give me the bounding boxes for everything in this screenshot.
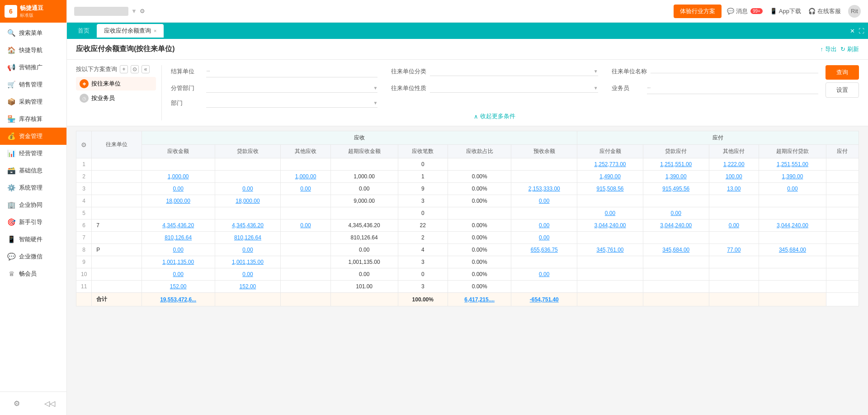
sidebar-item-sales[interactable]: 🛒销售管理 <box>0 76 66 93</box>
salesman-input[interactable]: ··· <box>647 82 818 94</box>
message-btn[interactable]: 💬 消息 99+ <box>727 7 763 15</box>
content-area: 应收应付余额查询(按往来单位) ↑ 导出 ↻ 刷新 按以下方案查询 + ⊙ <box>67 39 868 415</box>
ap-loan-header: 贷款应付 <box>643 145 709 158</box>
sidebar-item-purchase[interactable]: 📦采购管理 <box>0 93 66 110</box>
query-buttons: 查询 设置 <box>818 65 859 120</box>
user-avatar[interactable]: Rit <box>848 5 861 18</box>
filter-add-btn[interactable]: + <box>120 65 128 73</box>
table-gear-icon[interactable]: ⚙ <box>81 141 87 148</box>
sidebar-item-warehouse[interactable]: 🏪库存核算 <box>0 110 66 128</box>
table-settings-header[interactable]: ⚙ <box>76 131 92 158</box>
topbar-icons: 💬 消息 99+ 📱 App下载 🎧 在线客服 Rit <box>727 5 861 18</box>
smart-hw-icon: 📱 <box>7 235 15 243</box>
filter-by-salesman[interactable]: ◷ 按业务员 <box>76 91 156 105</box>
partner-nature-input[interactable]: ▼ <box>430 84 598 93</box>
enterprise-icon: 🏢 <box>7 201 15 209</box>
app-download-btn[interactable]: 📱 App下载 <box>770 7 801 15</box>
table-row: 101,252,773.001,251,551.001,222.001,251,… <box>76 158 859 171</box>
table-footer-row: 合计 19,553,472,6... 100.00% 6,417,215....… <box>76 293 859 306</box>
table-row: 500.000.00 <box>76 207 859 219</box>
table-row: 11152.00152.00101.0030.00% <box>76 281 859 293</box>
enterprise-wechat-icon: 💬 <box>7 253 15 261</box>
member-icon: ♕ <box>7 270 15 278</box>
settings-bottom-btn[interactable]: ⚙ <box>0 396 33 411</box>
footer-ar-pre[interactable]: 6,417,215.... <box>448 293 511 306</box>
ap-extra-header: 应付 <box>826 145 859 158</box>
collapse-sidebar-btn[interactable]: ◁◁ <box>33 396 67 411</box>
filter-dept: 分管部门 ▼ <box>171 82 377 94</box>
ap-group-header: 应付 <box>577 131 859 145</box>
main-area: ▼ ⚙ 体验行业方案 💬 消息 99+ 📱 App下载 🎧 在线客服 Rit <box>67 0 868 415</box>
filter-salesman-field: 业务员 ··· <box>612 82 818 94</box>
sidebar-item-guide[interactable]: 🎯新手引导 <box>0 214 66 231</box>
online-service-btn[interactable]: 🎧 在线客服 <box>808 7 841 15</box>
sidebar-item-finance[interactable]: 💰资金管理 <box>0 128 66 145</box>
sidebar-item-quick-nav[interactable]: 🏠快捷导航 <box>0 42 66 59</box>
filter-partner-label: 按往来单位 <box>91 80 121 88</box>
sidebar: 6 畅捷通豆 标准版 🔍搜索菜单🏠快捷导航📢营销推广🛒销售管理📦采购管理🏪库存核… <box>0 0 67 415</box>
finance-icon: 💰 <box>7 132 15 140</box>
sidebar-item-basic-info[interactable]: 🗃️基础信息 <box>0 162 66 179</box>
refresh-btn[interactable]: ↻ 刷新 <box>840 45 859 53</box>
ap-amount-header: 应付金额 <box>577 145 643 158</box>
sidebar-item-enterprise-wechat[interactable]: 💬企业微信 <box>0 248 66 265</box>
settlement-unit-input[interactable]: ··· <box>206 65 377 77</box>
sidebar-item-smart-hw[interactable]: 📱智能硬件 <box>0 231 66 248</box>
sidebar-menu: 🔍搜索菜单🏠快捷导航📢营销推广🛒销售管理📦采购管理🏪库存核算💰资金管理📊经营管理… <box>0 23 66 391</box>
sidebar-item-search[interactable]: 🔍搜索菜单 <box>0 24 66 42</box>
marketing-icon: 📢 <box>7 63 15 72</box>
table-row: 21,000.001,000.001,000.0010.00%1,490.001… <box>76 171 859 183</box>
export-btn[interactable]: ↑ 导出 <box>821 45 837 53</box>
ar-other-header: 其他应收 <box>281 145 330 158</box>
filter-department: 部门 ▼ <box>171 99 377 108</box>
department-input[interactable]: ▼ <box>206 99 377 108</box>
filter-settings-btn[interactable]: ⊙ <box>131 65 139 73</box>
logo-sub: 标准版 <box>20 12 43 19</box>
partner-icon: ❖ <box>80 79 89 88</box>
service-icon: 🎧 <box>808 8 816 14</box>
partner-name-input[interactable] <box>651 69 818 73</box>
filter-settlement-unit: 结算单位 ··· <box>171 65 377 77</box>
collapse-more-btn[interactable]: ∧ 收起更多条件 <box>171 112 818 120</box>
footer-label: 合计 <box>92 293 142 306</box>
filter-left-panel: 按以下方案查询 + ⊙ « ❖ 按往来单位 ◷ 按业务员 <box>76 65 162 120</box>
sidebar-item-enterprise[interactable]: 🏢企业协同 <box>0 196 66 214</box>
sidebar-item-member[interactable]: ♕畅会员 <box>0 265 66 282</box>
filter-partner-nature: 往来单位性质 ▼ <box>391 82 598 94</box>
footer-ap-amount[interactable]: -654,751.40 <box>511 293 577 306</box>
setting-btn[interactable]: 设置 <box>826 82 859 98</box>
ar-group-header: 应收 <box>142 131 577 145</box>
table-row: 7810,126.64810,126.64810,126.6420.00%0.0… <box>76 232 859 244</box>
export-icon: ↑ <box>821 46 824 52</box>
gear-icon[interactable]: ⚙ <box>140 8 145 14</box>
footer-ar-amount[interactable]: 19,553,472,6... <box>142 293 215 306</box>
sidebar-item-operations[interactable]: 📊经营管理 <box>0 145 66 162</box>
promote-btn[interactable]: 体验行业方案 <box>674 5 722 18</box>
table-row: 418,000.0018,000.009,000.0030.00%0.00 <box>76 195 859 207</box>
chevron-up-icon: ∧ <box>474 113 478 120</box>
ar-loan-header: 贷款应收 <box>215 145 281 158</box>
page-title: 应收应付余额查询(按往来单位) <box>76 44 175 59</box>
page-header: 应收应付余额查询(按往来单位) ↑ 导出 ↻ 刷新 <box>67 39 868 60</box>
tab-close-window-icon[interactable]: ✕ <box>850 28 855 34</box>
salesman-icon: ◷ <box>80 94 89 103</box>
tab-home[interactable]: 首页 <box>71 24 97 38</box>
tab-close-icon[interactable]: × <box>154 28 156 33</box>
partner-category-input[interactable]: ▼ <box>430 67 598 76</box>
partner-nature-arrow: ▼ <box>594 86 598 91</box>
ar-ratio-header: 应收款占比 <box>448 145 511 158</box>
sidebar-bottom: ⚙ ◁◁ <box>0 391 66 415</box>
filter-by-partner[interactable]: ❖ 按往来单位 <box>76 77 156 91</box>
tab-maximize-icon[interactable]: ⛶ <box>859 28 864 34</box>
sidebar-item-marketing[interactable]: 📢营销推广 <box>0 59 66 76</box>
ar-amount-header: 应收金额 <box>142 145 215 158</box>
tab-query[interactable]: 应收应付余额查询 × <box>97 24 164 38</box>
ap-overdue-header: 超期应付贷款 <box>759 145 826 158</box>
dept-input[interactable]: ▼ <box>206 84 377 93</box>
dept-arrow: ▼ <box>373 86 377 91</box>
sidebar-item-system[interactable]: ⚙️系统管理 <box>0 179 66 196</box>
filter-collapse-btn[interactable]: « <box>142 65 150 73</box>
partner-col-header: 往来单位 <box>92 131 142 158</box>
query-btn[interactable]: 查询 <box>826 65 859 80</box>
table-row: 30.000.000.000.0090.00%2,153,333.00915,5… <box>76 183 859 195</box>
